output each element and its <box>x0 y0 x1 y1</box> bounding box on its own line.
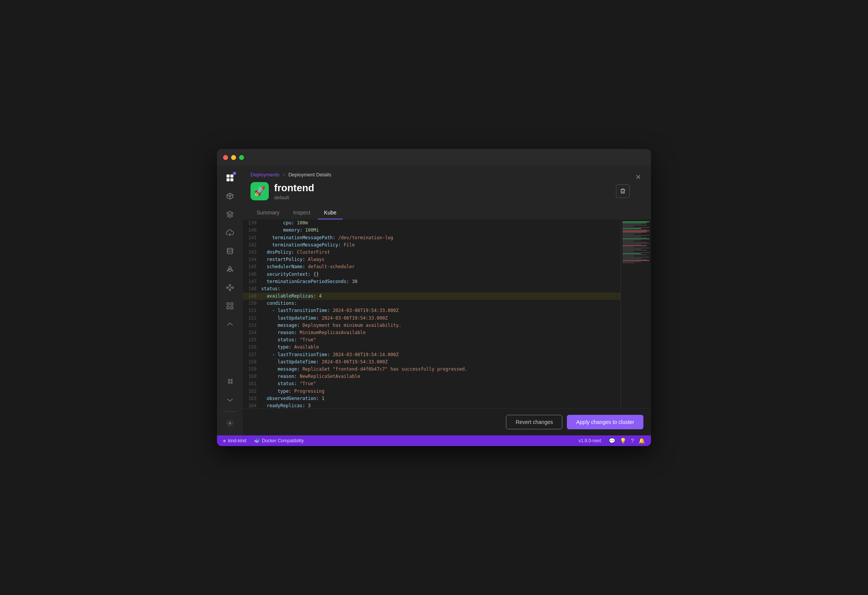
svg-rect-13 <box>231 307 233 309</box>
code-line-140: 140 memory: 100Mi <box>243 227 621 234</box>
sidebar-icon-nodes[interactable] <box>222 298 238 314</box>
code-area: 139 cpu: 100m 140 memory: 100Mi 141 term… <box>243 219 651 408</box>
bottom-actions: Revert changes Apply changes to cluster <box>243 408 651 435</box>
revert-changes-button[interactable]: Revert changes <box>506 415 562 429</box>
sidebar-icon-rocket[interactable] <box>222 261 238 278</box>
deployment-title: frontend default <box>274 182 611 200</box>
status-icons: 💬 💡 ? 🔔 <box>609 438 645 444</box>
code-line-149: 149 availableReplicas: 4 <box>243 293 621 300</box>
code-line-147: 147 terminationGracePeriodSeconds: 30 <box>243 278 621 285</box>
minimap-content <box>621 219 651 265</box>
code-line-143: 143 dnsPolicy: ClusterFirst <box>243 249 621 256</box>
maximize-button[interactable] <box>239 155 244 160</box>
code-line-145: 145 schedulerName: default-scheduler <box>243 263 621 270</box>
sidebar-icon-db[interactable] <box>222 243 238 259</box>
code-line-159: 159 message: ReplicaSet "frontend-d4f6b4… <box>243 366 621 373</box>
lightbulb-icon[interactable]: 💡 <box>620 438 626 444</box>
code-line-155: 155 status: "True" <box>243 336 621 344</box>
traffic-lights <box>223 155 244 160</box>
code-line-141: 141 terminationMessagePath: /dev/termina… <box>243 234 621 242</box>
version-label: v1.8.0-next <box>579 438 601 443</box>
svg-rect-11 <box>231 303 233 305</box>
notification-badge <box>233 172 236 175</box>
breadcrumb-current: Deployment Details <box>288 172 331 178</box>
code-line-163: 163 observedGeneration: 1 <box>243 395 621 402</box>
svg-rect-0 <box>227 174 230 178</box>
code-line-139: 139 cpu: 100m <box>243 219 621 227</box>
svg-rect-10 <box>227 303 229 305</box>
code-line-157: 157 - lastTransitionTime: 2024-03-06T19:… <box>243 351 621 358</box>
sidebar-icon-expand[interactable] <box>222 392 238 408</box>
cluster-name: kind-kind <box>228 438 246 443</box>
sidebar-icon-extensions[interactable] <box>222 373 238 390</box>
code-line-152: 152 lastUpdateTime: 2024-03-06T19:54:33.… <box>243 315 621 322</box>
svg-point-4 <box>227 248 233 250</box>
deployment-name: frontend <box>274 182 611 194</box>
svg-rect-8 <box>229 289 231 291</box>
minimize-button[interactable] <box>231 155 236 160</box>
code-line-154: 154 reason: MinimumReplicasAvailable <box>243 329 621 336</box>
docker-compatibility[interactable]: 🐳 Docker Compatibility <box>254 438 304 443</box>
deployment-namespace: default <box>274 195 611 200</box>
code-minimap <box>621 219 651 408</box>
code-line-156: 156 type: Available <box>243 344 621 351</box>
apply-changes-button[interactable]: Apply changes to cluster <box>567 415 643 429</box>
sidebar-icon-network[interactable] <box>222 279 238 296</box>
close-button[interactable] <box>223 155 228 160</box>
cluster-icon: ⎈ <box>223 438 226 443</box>
app-window: Deployments > Deployment Details 🚀 front… <box>217 149 651 446</box>
sidebar-icon-settings[interactable] <box>222 415 238 432</box>
sidebar-icon-collapse[interactable] <box>222 316 238 333</box>
docker-label: Docker Compatibility <box>262 438 304 443</box>
code-line-146: 146 securityContext: {} <box>243 271 621 278</box>
sidebar-icon-cube[interactable] <box>222 188 238 205</box>
svg-point-14 <box>229 422 231 424</box>
docker-icon: 🐳 <box>254 438 260 443</box>
sidebar-divider <box>224 411 236 412</box>
cluster-status[interactable]: ⎈ kind-kind <box>223 438 246 443</box>
code-line-153: 153 message: Deployment has minimum avai… <box>243 322 621 329</box>
code-line-158: 158 lastUpdateTime: 2024-03-06T19:54:33.… <box>243 358 621 366</box>
sidebar <box>217 166 243 435</box>
main-content: Deployments > Deployment Details 🚀 front… <box>243 166 651 435</box>
code-line-148: 148 status: <box>243 285 621 293</box>
code-line-150: 150 conditions: <box>243 300 621 307</box>
svg-rect-12 <box>227 307 229 309</box>
sidebar-icon-grid[interactable] <box>222 170 238 186</box>
svg-rect-3 <box>230 178 233 181</box>
svg-rect-1 <box>230 174 233 178</box>
code-line-161: 161 status: "True" <box>243 380 621 387</box>
svg-rect-7 <box>229 285 231 286</box>
svg-rect-9 <box>232 287 233 288</box>
deployment-icon: 🚀 <box>251 182 269 200</box>
status-bar: ⎈ kind-kind 🐳 Docker Compatibility v1.8.… <box>217 435 651 446</box>
tabs: Summary Inspect Kube <box>251 206 643 219</box>
deployment-info: 🚀 frontend default <box>251 182 630 200</box>
notification-icon[interactable]: 🔔 <box>638 438 645 444</box>
code-line-142: 142 terminationMessagePolicy: File <box>243 242 621 249</box>
close-panel-button[interactable]: ✕ <box>633 172 643 182</box>
tab-inspect[interactable]: Inspect <box>287 206 316 219</box>
svg-rect-2 <box>227 178 230 181</box>
breadcrumb-parent[interactable]: Deployments <box>251 172 279 178</box>
chat-icon[interactable]: 💬 <box>609 438 615 444</box>
delete-button[interactable] <box>616 184 630 198</box>
help-icon[interactable]: ? <box>631 438 634 444</box>
breadcrumb-separator: > <box>282 172 286 178</box>
titlebar <box>217 149 651 166</box>
sidebar-icon-cloud[interactable] <box>222 224 238 241</box>
code-line-164: 164 readyReplicas: 3 <box>243 402 621 408</box>
tab-kube[interactable]: Kube <box>318 206 343 219</box>
app-body: Deployments > Deployment Details 🚀 front… <box>217 166 651 435</box>
code-line-160: 160 reason: NewReplicaSetAvailable <box>243 373 621 380</box>
breadcrumb: Deployments > Deployment Details <box>251 172 630 178</box>
tab-summary[interactable]: Summary <box>251 206 286 219</box>
svg-point-5 <box>230 269 231 270</box>
svg-rect-6 <box>227 287 228 288</box>
panel-header: Deployments > Deployment Details 🚀 front… <box>243 166 651 219</box>
code-line-162: 162 type: Progressing <box>243 388 621 395</box>
version-info: v1.8.0-next <box>579 438 601 443</box>
sidebar-icon-stack[interactable] <box>222 206 238 223</box>
code-line-151: 151 - lastTransitionTime: 2024-03-06T19:… <box>243 307 621 314</box>
code-editor[interactable]: 139 cpu: 100m 140 memory: 100Mi 141 term… <box>243 219 621 408</box>
